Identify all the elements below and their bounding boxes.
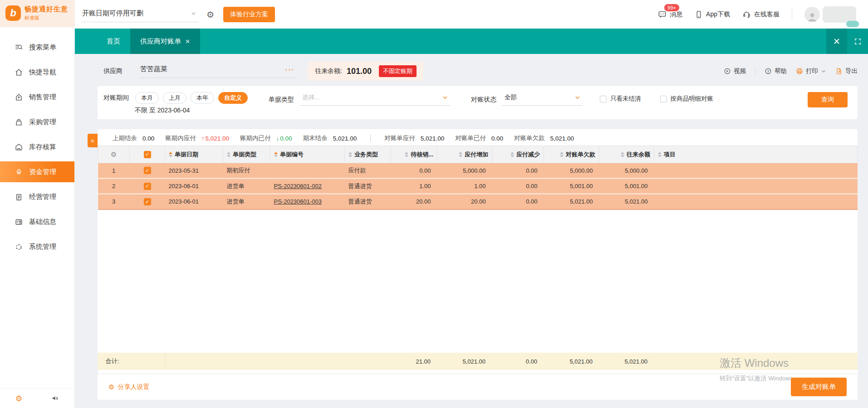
sidebar-item-search-menu[interactable]: 搜索菜单 bbox=[0, 37, 74, 58]
opening-balance-label: 上期结余 bbox=[113, 134, 137, 142]
tab-supplier-statement[interactable]: 供应商对账单 ✕ bbox=[130, 29, 200, 54]
account-set-dropdown[interactable]: 开账日期可停用可删 bbox=[81, 9, 198, 22]
chevron-down-icon[interactable] bbox=[821, 68, 826, 74]
brand-logo-icon: b bbox=[5, 5, 21, 21]
sidebar-menu: 搜索菜单 快捷导航 销售管理 采购管理 库存核算 资金管理 bbox=[0, 27, 74, 257]
doc-type-select[interactable]: 选择... bbox=[299, 93, 450, 106]
funds-icon bbox=[15, 168, 23, 176]
stmt-owed-value: 5,021.00 bbox=[550, 135, 574, 142]
col-project[interactable]: 项目 bbox=[654, 146, 858, 163]
sort-icon[interactable] bbox=[405, 152, 408, 157]
supplier-select-field[interactable]: 苦苦蔬菜 ··· bbox=[139, 65, 297, 78]
col-balance[interactable]: 往来余额 bbox=[599, 146, 654, 163]
closing-balance-label: 期末结余 bbox=[303, 134, 328, 142]
sort-icon[interactable] bbox=[227, 152, 230, 157]
checkbox-checked-icon[interactable] bbox=[144, 151, 151, 158]
doc-no-link[interactable]: PS-20230601-002 bbox=[274, 183, 322, 189]
video-button[interactable]: 视频 bbox=[724, 67, 746, 75]
col-biz-type[interactable]: 业务类型 bbox=[345, 146, 391, 163]
query-button[interactable]: 查询 bbox=[808, 92, 848, 107]
app-download-button[interactable]: App下载 bbox=[695, 10, 730, 19]
table-row[interactable]: 2 2023-06-01 进货单 PS-20230601-002 普通进货 1.… bbox=[98, 179, 858, 194]
table-row[interactable]: 1 2023-05-31 期初应付 应付款 0.00 5,000.00 0.00… bbox=[98, 163, 858, 179]
doc-type-placeholder: 选择... bbox=[302, 93, 319, 102]
doc-no-link[interactable]: PS-20230601-003 bbox=[274, 198, 322, 205]
help-button[interactable]: ? 帮助 bbox=[765, 67, 787, 75]
table-row[interactable]: 3 2023-06-01 进货单 PS-20230601-003 普通进货 20… bbox=[98, 194, 858, 209]
sidebar-item-system[interactable]: 系统管理 bbox=[0, 236, 74, 257]
user-account[interactable] bbox=[804, 6, 856, 23]
cell-project bbox=[654, 163, 858, 179]
checkbox-checked-icon[interactable] bbox=[144, 167, 151, 174]
sidebar-item-operations[interactable]: 经营管理 bbox=[0, 186, 74, 207]
unsettled-only-label: 只看未结清 bbox=[610, 95, 641, 103]
settings-gear-icon[interactable]: ⚙ bbox=[15, 394, 22, 403]
cell-payable-inc: 20.00 bbox=[437, 194, 492, 209]
print-label: 打印 bbox=[806, 67, 818, 75]
checkbox-checked-icon[interactable] bbox=[144, 198, 151, 205]
sidebar-item-purchase[interactable]: 采购管理 bbox=[0, 112, 74, 132]
col-payable-inc[interactable]: 应付增加 bbox=[437, 146, 492, 163]
sidebar-item-inventory[interactable]: 库存核算 bbox=[0, 136, 74, 157]
unsettled-only-checkbox[interactable]: 只看未结清 bbox=[600, 95, 641, 103]
credit-period-badge: 不固定账期 bbox=[379, 65, 417, 77]
gear-icon[interactable]: ⚙ bbox=[111, 151, 117, 159]
home-icon bbox=[15, 68, 23, 77]
close-all-tabs-icon[interactable]: ✕ bbox=[826, 29, 847, 54]
period-this-month-pill[interactable]: 本月 bbox=[135, 92, 159, 104]
col-doc-no[interactable]: 单据编号 bbox=[270, 146, 345, 163]
sidebar-item-label: 库存核算 bbox=[29, 143, 56, 151]
announcement-speaker-icon[interactable] bbox=[51, 394, 59, 402]
checkbox-icon[interactable] bbox=[660, 96, 667, 102]
tab-close-icon[interactable]: ✕ bbox=[185, 38, 190, 45]
sidebar-item-funds[interactable]: 资金管理 bbox=[0, 161, 74, 182]
sort-icon[interactable] bbox=[169, 152, 172, 157]
checkbox-checked-icon[interactable] bbox=[144, 183, 151, 190]
sidebar-item-quick-nav[interactable]: 快捷导航 bbox=[0, 62, 74, 83]
period-last-month-pill[interactable]: 上月 bbox=[163, 92, 186, 104]
col-payable-dec[interactable]: 应付减少 bbox=[492, 146, 544, 163]
column-settings-header[interactable]: ⚙ bbox=[98, 146, 130, 163]
sort-icon[interactable] bbox=[658, 152, 662, 157]
purchase-icon bbox=[15, 118, 23, 126]
sort-icon[interactable] bbox=[348, 152, 352, 157]
sidebar-item-basic-info[interactable]: 基础信息 bbox=[0, 211, 74, 232]
select-all-header[interactable] bbox=[130, 146, 165, 163]
row-checkbox[interactable] bbox=[130, 163, 165, 179]
checkbox-icon[interactable] bbox=[600, 96, 607, 102]
topbar-right-cluster: 99+ 消息 App下载 在线客服 bbox=[658, 6, 856, 23]
col-doc-type[interactable]: 单据类型 bbox=[223, 146, 270, 163]
export-button[interactable]: 导出 bbox=[835, 67, 858, 75]
row-checkbox[interactable] bbox=[130, 179, 165, 194]
period-custom-pill[interactable]: 自定义 bbox=[218, 92, 248, 104]
cell-doc-no[interactable]: PS-20230601-002 bbox=[270, 179, 345, 194]
col-pending[interactable]: 待核销... bbox=[391, 146, 437, 163]
more-options-icon[interactable]: ··· bbox=[285, 66, 294, 73]
divider bbox=[370, 135, 371, 142]
status-select[interactable]: 全部 bbox=[502, 93, 583, 106]
tab-home[interactable]: 首页 bbox=[97, 29, 130, 54]
period-this-year-pill[interactable]: 本年 bbox=[191, 92, 214, 104]
messages-button[interactable]: 99+ 消息 bbox=[658, 10, 682, 19]
col-stmt-owed[interactable]: 对账单欠款 bbox=[544, 146, 599, 163]
gear-icon[interactable]: ⚙ bbox=[206, 10, 214, 19]
generate-statement-button[interactable]: 生成对账单 bbox=[791, 378, 847, 396]
cell-doc-no[interactable]: PS-20230601-003 bbox=[270, 194, 345, 209]
fullscreen-icon[interactable] bbox=[847, 29, 868, 54]
trial-solution-button[interactable]: 体验行业方案 bbox=[223, 7, 275, 22]
share-settings-button[interactable]: ⚙ 分享人设置 bbox=[108, 383, 149, 391]
by-item-detail-checkbox[interactable]: 按商品明细对账 bbox=[660, 95, 714, 103]
row-checkbox[interactable] bbox=[130, 194, 165, 209]
sort-icon[interactable] bbox=[621, 152, 624, 157]
sort-icon[interactable] bbox=[560, 152, 564, 157]
print-button[interactable]: 打印 bbox=[796, 67, 826, 75]
sidebar-item-sales[interactable]: 销售管理 bbox=[0, 87, 74, 107]
period-range-value[interactable]: 不限 至 2023-06-04 bbox=[135, 107, 248, 115]
sort-icon[interactable] bbox=[510, 152, 514, 157]
expand-panel-icon[interactable]: » bbox=[88, 134, 98, 147]
sort-icon[interactable] bbox=[274, 152, 278, 157]
col-doc-date[interactable]: 单据日期 bbox=[165, 146, 223, 163]
period-label: 对账期间 bbox=[103, 94, 129, 102]
online-support-button[interactable]: 在线客服 bbox=[742, 10, 780, 19]
sort-icon[interactable] bbox=[459, 152, 462, 157]
